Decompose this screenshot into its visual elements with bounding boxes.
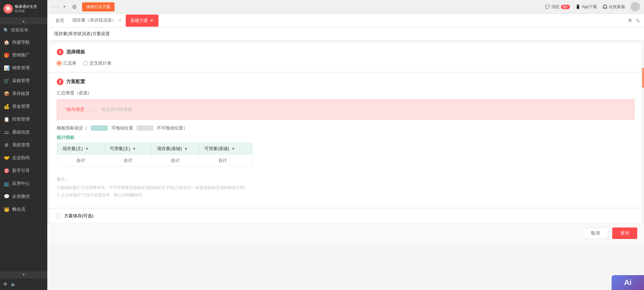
sidebar-item-system[interactable]: ⚙ 系统管理 — [0, 139, 47, 151]
phone-icon: 📱 — [575, 4, 580, 9]
sidebar-item-search[interactable]: 🔍 搜索菜单 — [0, 24, 47, 36]
col-header-1[interactable]: 可用量(主) ▼ — [104, 143, 152, 154]
step1-num: 1 — [57, 49, 64, 55]
app-name: 畅康通好生意 — [15, 4, 37, 9]
main-area: ········ ▼ ⚙ 体验行业方案 💬 消息 99+ 📱 App下载 🎧 在… — [47, 0, 644, 290]
step1-title: 选择模板 — [66, 49, 85, 55]
shopping-icon: 🛒 — [3, 78, 9, 84]
col-header-3[interactable]: 可用量(基辅) ▼ — [199, 143, 246, 154]
sidebar-item-quicknav[interactable]: 🏠 快捷导航 — [0, 36, 47, 49]
topbar-right: 💬 消息 99+ 📱 App下载 🎧 在线客服 — [545, 2, 640, 11]
chart-icon: 📊 — [3, 65, 9, 71]
user-area: ········ — [51, 4, 60, 9]
step2-label: 2 方案配置 — [57, 78, 635, 85]
online-service-btn[interactable]: 🎧 在线客服 — [602, 4, 625, 10]
cell-0-3: 合计 — [199, 155, 246, 166]
indicator-config-text: 模板指标设定（ — [57, 125, 88, 131]
radio-summary-circle — [57, 61, 61, 66]
scroll-down-btn[interactable]: ▼ — [0, 271, 47, 278]
dim-placeholder: 请选择分组维度 — [101, 106, 132, 113]
tab-home[interactable]: 首页 — [51, 14, 68, 27]
col-arrow-1: ▼ — [132, 147, 136, 151]
tip-title: 提示： — [57, 176, 635, 182]
sidebar-item-member[interactable]: 👑 畅会员 — [0, 203, 47, 216]
step1-label: 1 选择模板 — [57, 49, 635, 55]
tab-new-scheme[interactable]: 新建方案 ✕ — [126, 15, 158, 27]
search-icon: 🔍 — [3, 28, 9, 33]
app-download-btn[interactable]: 📱 App下载 — [575, 4, 597, 10]
box-icon: 📦 — [3, 91, 9, 97]
tab-inventory-status[interactable]: 现存量（库存状况表） ✕ — [68, 14, 126, 27]
home-icon: 🏠 — [3, 39, 9, 45]
operations-icon: 📋 — [3, 116, 9, 122]
step2-num: 2 — [57, 78, 64, 85]
sidebar-bottom: ⚙ 🔈 — [0, 278, 47, 290]
col-arrow-2: ▼ — [184, 147, 188, 151]
sidebar-item-appcenter[interactable]: 📺 应用中心 — [0, 177, 47, 190]
save-label: 方案保存(可选) — [64, 213, 94, 219]
draggable-indicator — [91, 125, 108, 131]
sidebar-item-purchase[interactable]: 🛒 采购管理 — [0, 74, 47, 87]
sidebar-item-finance[interactable]: 💰 资金管理 — [0, 100, 47, 113]
col-header-2[interactable]: 现存量(基辅) ▼ — [152, 143, 199, 154]
scroll-up-btn[interactable]: ▲ — [0, 18, 47, 24]
stats-label: 统计指标 — [57, 135, 635, 141]
tab-new-scheme-close[interactable]: ✕ — [150, 18, 154, 23]
sidebar-item-sales[interactable]: 📊 销售管理 — [0, 62, 47, 74]
cell-0-2: 合计 — [152, 155, 199, 166]
speaker-icon[interactable]: 🔈 — [11, 282, 16, 287]
sidebar: 畅 畅康通好生意 标准版 ▲ 🔍 搜索菜单 🏠 快捷导航 🎁 营销推广 📊 销售… — [0, 0, 47, 290]
sidebar-item-collab[interactable]: 🤝 企业协同 — [0, 151, 47, 164]
settings-btn[interactable]: ⚙ — [70, 3, 79, 11]
window-expand-btn[interactable]: ⤡ — [636, 17, 640, 24]
trial-industry-btn[interactable]: 体验行业方案 — [82, 2, 115, 11]
content-area: 现存量(库存状况表)方案设置 1 选择模板 汇总表 交叉统计表 2 — [47, 27, 644, 290]
tip-item-0: 1.拖动标题栏可以调整布局，不可跨维度或指标区域拖动栏目字段(只能在同一维度或指… — [57, 184, 635, 192]
info-icon: 🗂 — [3, 129, 9, 135]
window-controls: ✕ ⤡ — [628, 17, 640, 24]
money-icon: 💰 — [3, 103, 9, 110]
ai-badge[interactable]: Ai — [612, 275, 644, 290]
sidebar-item-guide[interactable]: 🎯 新手引导 — [0, 164, 47, 177]
user-avatar[interactable] — [630, 2, 640, 11]
step2-title: 方案配置 — [66, 79, 85, 85]
sidebar-item-weixin[interactable]: 💬 企业微信 — [0, 190, 47, 203]
dim-dash: —— — [89, 107, 97, 112]
message-badge: 99+ — [561, 5, 570, 9]
non-draggable-label: 不可拖动位置） — [157, 125, 188, 131]
radio-summary-label: 汇总表 — [63, 60, 76, 66]
sidebar-item-inventory[interactable]: 📦 库存核算 — [0, 87, 47, 100]
app-version: 标准版 — [15, 9, 37, 14]
col-header-0[interactable]: 现存量(主) ▼ — [57, 143, 104, 154]
sidebar-item-basicinfo[interactable]: 🗂 基础信息 — [0, 126, 47, 139]
cell-0-1: 合计 — [104, 155, 152, 166]
message-icon: 💬 — [545, 4, 550, 9]
tab-inventory-close[interactable]: ✕ — [118, 18, 122, 23]
radio-summary[interactable]: 汇总表 — [57, 60, 76, 66]
radio-crosstab-circle — [83, 61, 88, 66]
scroll-thumb[interactable] — [642, 68, 644, 88]
radio-crosstab-label: 交叉统计表 — [90, 60, 112, 66]
query-button[interactable]: 查询 — [612, 227, 637, 239]
col-arrow-3: ▼ — [231, 147, 235, 151]
stats-table-header: 现存量(主) ▼ 可用量(主) ▼ 现存量(基辅) ▼ 可用量(基辅) — [57, 143, 252, 154]
sidebar-item-operations[interactable]: 📋 经营管理 — [0, 113, 47, 126]
radio-crosstab[interactable]: 交叉统计表 — [83, 60, 112, 66]
settings-icon[interactable]: ⚙ — [3, 282, 7, 287]
save-section: 方案保存(可选) — [50, 209, 641, 223]
cancel-button[interactable]: 取消 — [583, 227, 608, 239]
sidebar-menu: 🔍 搜索菜单 🏠 快捷导航 🎁 营销推广 📊 销售管理 🛒 采购管理 📦 库存核… — [0, 24, 47, 271]
message-btn[interactable]: 💬 消息 99+ — [545, 4, 570, 10]
collab-icon: 🤝 — [3, 155, 9, 161]
dropdown-arrow[interactable]: ▼ — [63, 4, 67, 9]
col-arrow-0: ▼ — [85, 147, 89, 151]
sidebar-item-marketing[interactable]: 🎁 营销推广 — [0, 49, 47, 62]
footer: 取消 查询 — [47, 223, 644, 243]
stats-table: 现存量(主) ▼ 可用量(主) ▼ 现存量(基辅) ▼ 可用量(基辅) — [57, 143, 253, 167]
window-close-btn[interactable]: ✕ — [628, 17, 632, 24]
indicators-section: 模板指标设定（ 可拖动位置 不可拖动位置） 统计指标 现存量(主) ▼ 可用 — [57, 125, 635, 202]
dimension-area[interactable]: *纵向维度 —— 请选择分组维度 — [57, 99, 635, 120]
tabbar: 首页 现存量（库存状况表） ✕ 新建方案 ✕ ✕ ⤡ — [47, 14, 644, 27]
page-title: 现存量(库存状况表)方案设置 — [47, 27, 644, 41]
save-checkbox[interactable] — [57, 214, 61, 218]
